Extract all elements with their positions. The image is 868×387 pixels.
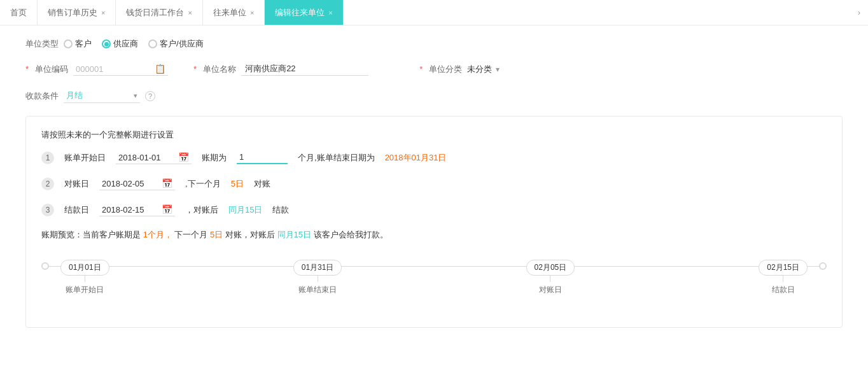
step-2-highlight: 5日 bbox=[231, 178, 244, 190]
unit-type-group: 单位类型 客户 供应商 客户/供应商 bbox=[25, 38, 204, 50]
unit-code-label: 单位编码 bbox=[35, 64, 68, 75]
tab-scroll-right-icon[interactable]: › bbox=[850, 8, 868, 17]
unit-name-input[interactable] bbox=[241, 63, 368, 76]
timeline-node-0: 01月01日 账单开始日 bbox=[60, 260, 109, 295]
tab-home[interactable]: 首页 bbox=[0, 0, 38, 25]
step-2-date-field[interactable] bbox=[102, 179, 159, 188]
unit-classify-group: * 单位分类 未分类 ▾ bbox=[419, 64, 500, 75]
timeline-node-2: 02月05日 对账日 bbox=[526, 260, 575, 295]
unit-classify-label: 单位分类 bbox=[429, 64, 462, 75]
node-label-0: 账单开始日 bbox=[66, 285, 104, 295]
preview-green: 同月15日 bbox=[277, 230, 311, 239]
step-2-desc-suffix: 对账 bbox=[254, 178, 270, 190]
radio-circle-customer-supplier bbox=[148, 39, 157, 48]
unit-name-label: 单位名称 bbox=[203, 64, 236, 75]
node-label-3: 结款日 bbox=[772, 285, 795, 295]
timeline-nodes: 01月01日 账单开始日 01月31日 账单结束日 02月05日 对账日 02月… bbox=[41, 260, 827, 295]
tab-label: 往来单位 bbox=[213, 7, 246, 18]
calendar-icon[interactable]: 📅 bbox=[178, 152, 189, 162]
tab-counterparty[interactable]: 往来单位 × bbox=[203, 0, 265, 25]
timeline-node-3: 02月15日 结款日 bbox=[759, 260, 808, 295]
step-2-row: 2 对账日 📅 ,下一个月 5日 对账 bbox=[41, 177, 827, 190]
unit-type-label: 单位类型 bbox=[25, 38, 59, 50]
step-3-date-input: 📅 bbox=[99, 203, 175, 216]
copy-icon[interactable]: 📋 bbox=[155, 64, 165, 74]
unit-code-input[interactable] bbox=[76, 64, 152, 74]
help-icon[interactable]: ? bbox=[145, 91, 155, 101]
unit-code-input-wrapper: 📋 bbox=[73, 62, 168, 76]
unit-name-group: * 单位名称 bbox=[193, 63, 368, 76]
payment-terms-select[interactable]: 月结 ▾ bbox=[64, 88, 140, 103]
step-3-highlight: 同月15日 bbox=[228, 204, 262, 216]
step-1-date-field[interactable] bbox=[118, 153, 176, 162]
node-date-1: 01月31日 bbox=[293, 260, 342, 276]
tab-sales-order-history[interactable]: 销售订单历史 × bbox=[38, 0, 116, 25]
step-1-period-input[interactable] bbox=[237, 151, 288, 164]
tab-cash-flow-workbench[interactable]: 钱货日清工作台 × bbox=[116, 0, 202, 25]
step-3-desc-suffix: 结款 bbox=[272, 204, 289, 216]
timeline: 01月01日 账单开始日 01月31日 账单结束日 02月05日 对账日 02月… bbox=[41, 253, 827, 314]
step-1-row: 1 账单开始日 📅 账期为 个月,账单结束日期为 2018年01月31日 bbox=[41, 151, 827, 164]
timeline-node-1: 01月31日 账单结束日 bbox=[293, 260, 342, 295]
preview-label: 账期预览：当前客户账期是 bbox=[41, 230, 141, 239]
radio-group-unit-type: 客户 供应商 客户/供应商 bbox=[64, 38, 204, 50]
preview-middle: 下一个月 bbox=[174, 230, 207, 239]
radio-customer[interactable]: 客户 bbox=[64, 38, 92, 50]
radio-circle-customer bbox=[64, 39, 73, 48]
tab-label: 钱货日清工作台 bbox=[126, 7, 184, 18]
node-connector-3 bbox=[783, 276, 783, 282]
step-3-row: 3 结款日 📅 ，对账后 同月15日 结款 bbox=[41, 203, 827, 216]
close-icon[interactable]: × bbox=[328, 9, 332, 17]
step-3-desc-prefix: ，对账后 bbox=[185, 204, 218, 216]
tab-edit-counterparty[interactable]: 编辑往来单位 × bbox=[265, 0, 343, 25]
close-icon[interactable]: × bbox=[188, 9, 192, 17]
radio-customer-supplier-label: 客户/供应商 bbox=[160, 38, 204, 50]
step-1-end-date: 2018年01月31日 bbox=[385, 152, 447, 164]
chevron-down-icon: ▾ bbox=[496, 65, 500, 74]
node-date-0: 01月01日 bbox=[60, 260, 109, 276]
step-3-label: 结款日 bbox=[64, 204, 89, 216]
close-icon[interactable]: × bbox=[101, 9, 105, 17]
calendar-icon[interactable]: 📅 bbox=[162, 204, 172, 215]
radio-supplier-label: 供应商 bbox=[113, 38, 138, 50]
step-3-number: 3 bbox=[41, 204, 54, 216]
step-1-period-label: 账期为 bbox=[202, 152, 227, 164]
payment-terms-value: 月结 bbox=[66, 90, 131, 101]
radio-supplier[interactable]: 供应商 bbox=[102, 38, 138, 50]
step-1-period-unit: 个月,账单结束日期为 bbox=[298, 152, 375, 164]
tab-home-label: 首页 bbox=[10, 7, 27, 18]
step-2-date-input: 📅 bbox=[99, 177, 175, 190]
step-1-number: 1 bbox=[41, 151, 54, 164]
unit-classify-select[interactable]: 未分类 ▾ bbox=[467, 64, 500, 75]
chevron-down-icon: ▾ bbox=[134, 92, 137, 100]
preview-middle2: 对账，对账后 bbox=[225, 230, 275, 239]
billing-cycle-section: 请按照未来的一个完整帐期进行设置 1 账单开始日 📅 账期为 个月,账单结束日期… bbox=[25, 116, 843, 328]
preview-suffix: 该客户会给我打款。 bbox=[314, 230, 388, 239]
payment-terms-group: 收款条件 月结 ▾ ? bbox=[25, 88, 155, 103]
unit-type-row: 单位类型 客户 供应商 客户/供应商 bbox=[25, 38, 843, 50]
step-1-date-input: 📅 bbox=[116, 151, 192, 164]
unit-info-row: * 单位编码 📋 * 单位名称 * 单位分类 未分类 ▾ bbox=[25, 62, 843, 76]
node-connector-1 bbox=[318, 276, 318, 282]
node-date-2: 02月05日 bbox=[526, 260, 575, 276]
radio-customer-label: 客户 bbox=[75, 38, 92, 50]
required-star: * bbox=[25, 64, 29, 74]
section-instruction: 请按照未来的一个完整帐期进行设置 bbox=[41, 129, 827, 141]
close-icon[interactable]: × bbox=[250, 9, 254, 17]
step-2-number: 2 bbox=[41, 178, 54, 190]
unit-code-group: * 单位编码 📋 bbox=[25, 62, 168, 76]
radio-circle-supplier bbox=[102, 39, 111, 48]
node-connector-2 bbox=[550, 276, 550, 282]
preview-row: 账期预览：当前客户账期是 1个月， 下一个月 5日 对账，对账后 同月15日 该… bbox=[41, 229, 827, 241]
node-date-3: 02月15日 bbox=[759, 260, 808, 276]
step-3-date-field[interactable] bbox=[102, 205, 159, 215]
required-star: * bbox=[193, 64, 197, 74]
step-2-desc-prefix: ,下一个月 bbox=[185, 178, 221, 190]
tab-label: 销售订单历史 bbox=[48, 7, 97, 18]
radio-customer-supplier[interactable]: 客户/供应商 bbox=[148, 38, 204, 50]
main-content: 单位类型 客户 供应商 客户/供应商 * 单位编码 bbox=[0, 25, 868, 387]
calendar-icon[interactable]: 📅 bbox=[162, 178, 172, 188]
preview-orange2: 5日 bbox=[210, 230, 223, 239]
preview-orange1: 1个月， bbox=[143, 230, 172, 239]
tab-label: 编辑往来单位 bbox=[275, 7, 325, 18]
